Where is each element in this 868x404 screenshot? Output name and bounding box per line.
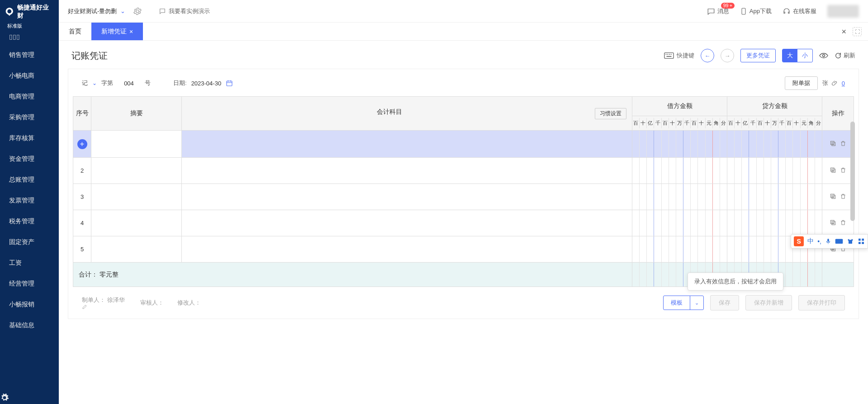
chevron-down-icon[interactable]: ⌄ xyxy=(690,297,703,309)
sidebar-item-inventory[interactable]: 库存核算 xyxy=(0,128,59,149)
ime-toolbox-icon[interactable] xyxy=(858,238,865,245)
ime-lang[interactable]: 中 xyxy=(807,237,814,245)
copy-row-icon[interactable] xyxy=(830,193,836,200)
refresh-label: 刷新 xyxy=(844,52,855,60)
debit-cell[interactable] xyxy=(632,210,727,236)
more-vouchers-button[interactable]: 更多凭证 xyxy=(740,49,776,62)
shortcut-button[interactable]: 快捷键 xyxy=(664,52,694,60)
summary-cell[interactable] xyxy=(91,236,182,263)
tooltip: 录入有效信息后，按钮才会启用 xyxy=(688,272,783,291)
credit-cell[interactable] xyxy=(727,210,822,236)
next-voucher-button[interactable]: → xyxy=(721,49,734,62)
date-value[interactable]: 2023-04-30 xyxy=(191,80,222,87)
sidebar-item-salary[interactable]: 工资 xyxy=(0,253,59,273)
sidebar-item-asset[interactable]: 固定资产 xyxy=(0,232,59,253)
debit-cell[interactable] xyxy=(632,131,727,158)
scrollbar[interactable] xyxy=(850,122,855,221)
habit-settings-button[interactable]: 习惯设置 xyxy=(595,108,626,119)
debit-cell[interactable] xyxy=(632,236,727,263)
phone-icon xyxy=(740,7,747,15)
sidebar-item-sales[interactable]: 销售管理 xyxy=(0,45,59,66)
ime-punct-icon[interactable]: •, xyxy=(817,238,821,245)
total-label: 合计： xyxy=(79,271,98,278)
ime-keyboard-icon[interactable] xyxy=(835,238,843,244)
demo-link[interactable]: 我要看实例演示 xyxy=(159,7,210,15)
copy-row-icon[interactable] xyxy=(830,140,836,147)
customer-service-link[interactable]: 在线客服 xyxy=(783,7,816,15)
account-cell[interactable] xyxy=(182,158,632,184)
preview-button[interactable] xyxy=(819,52,828,59)
voucher-number-input[interactable] xyxy=(118,80,140,87)
summary-cell[interactable] xyxy=(91,158,182,184)
app-download-link[interactable]: App下载 xyxy=(740,7,772,15)
account-cell[interactable] xyxy=(182,210,632,236)
sidebar-item-biz[interactable]: 经营管理 xyxy=(0,273,59,294)
sidebar-item-invoice[interactable]: 发票管理 xyxy=(0,190,59,211)
tab-home-label: 首页 xyxy=(69,28,81,36)
ops-cell xyxy=(822,131,854,158)
fullscreen-button[interactable]: ⛶ xyxy=(853,27,862,36)
shortcut-label: 快捷键 xyxy=(677,52,694,60)
table-row[interactable]: 3 xyxy=(73,184,854,210)
sidebar-item-purchase[interactable]: 采购管理 xyxy=(0,107,59,128)
edit-icon[interactable] xyxy=(82,304,127,310)
ime-mic-icon[interactable] xyxy=(825,238,831,245)
copy-row-icon[interactable] xyxy=(830,219,836,226)
credit-cell[interactable] xyxy=(727,131,822,158)
messages-link[interactable]: 消息 99 + xyxy=(707,7,729,15)
svg-rect-23 xyxy=(859,242,861,244)
ime-toolbar[interactable]: S 中 •, xyxy=(791,234,868,249)
header-settings[interactable] xyxy=(133,7,142,15)
copy-row-icon[interactable] xyxy=(830,167,836,174)
calendar-icon[interactable] xyxy=(226,80,233,87)
sidebar-settings[interactable] xyxy=(0,390,59,404)
delete-row-icon[interactable] xyxy=(840,219,846,226)
total-cell: 合计： 零元整 xyxy=(73,263,632,287)
table-row[interactable]: 4 xyxy=(73,210,854,236)
project-selector[interactable]: 好业财测试-量勿删 ⌄ xyxy=(68,7,125,15)
attach-button[interactable]: 附单据 xyxy=(785,76,818,90)
debit-cell[interactable] xyxy=(632,158,727,184)
refresh-button[interactable]: 刷新 xyxy=(835,52,855,60)
sidebar-item-expense[interactable]: 小畅报销 xyxy=(0,294,59,315)
close-all-tabs[interactable]: × xyxy=(841,27,846,37)
size-small[interactable]: 小 xyxy=(797,49,812,62)
tab-home[interactable]: 首页 xyxy=(59,23,91,40)
account-cell[interactable] xyxy=(182,184,632,210)
delete-row-icon[interactable] xyxy=(840,140,846,147)
summary-cell[interactable] xyxy=(91,131,182,158)
summary-cell[interactable] xyxy=(91,210,182,236)
attach-info: 张 0 xyxy=(822,79,845,87)
sidebar-item-funds[interactable]: 资金管理 xyxy=(0,149,59,169)
sidebar-item-xiaochang-ec[interactable]: 小畅电商 xyxy=(0,66,59,86)
sidebar-item-tax[interactable]: 税务管理 xyxy=(0,211,59,232)
add-row-button[interactable]: + xyxy=(77,139,87,149)
user-avatar[interactable] xyxy=(827,5,859,18)
attach-count[interactable]: 0 xyxy=(842,80,845,87)
prev-voucher-button[interactable]: ← xyxy=(701,49,714,62)
template-button[interactable]: 模板 ⌄ xyxy=(663,296,704,310)
summary-cell[interactable] xyxy=(91,184,182,210)
debit-cell[interactable] xyxy=(632,184,727,210)
credit-cell[interactable] xyxy=(727,184,822,210)
ime-skin-icon[interactable] xyxy=(847,238,854,245)
credit-cell[interactable] xyxy=(727,158,822,184)
eye-icon xyxy=(819,52,828,59)
account-cell[interactable] xyxy=(182,131,632,158)
delete-row-icon[interactable] xyxy=(840,193,846,200)
sidebar-item-base[interactable]: 基础信息 xyxy=(0,315,59,336)
account-cell[interactable] xyxy=(182,236,632,263)
chevron-down-icon[interactable]: ⌄ xyxy=(92,80,97,86)
table-row[interactable]: 5 xyxy=(73,236,854,263)
delete-row-icon[interactable] xyxy=(840,167,846,174)
close-icon[interactable]: × xyxy=(129,28,133,35)
tab-new-voucher[interactable]: 新增凭证 × xyxy=(91,23,143,40)
sidebar-item-ledger[interactable]: 总账管理 xyxy=(0,169,59,190)
sidebar-item-partial[interactable]: ▯▯▯ xyxy=(0,30,59,45)
size-large[interactable]: 大 xyxy=(783,49,797,62)
sidebar-item-ecommerce[interactable]: 电商管理 xyxy=(0,86,59,107)
table-row[interactable]: + xyxy=(73,131,854,158)
summary-input[interactable] xyxy=(93,132,180,154)
clip-icon[interactable] xyxy=(832,80,838,87)
table-row[interactable]: 2 xyxy=(73,158,854,184)
